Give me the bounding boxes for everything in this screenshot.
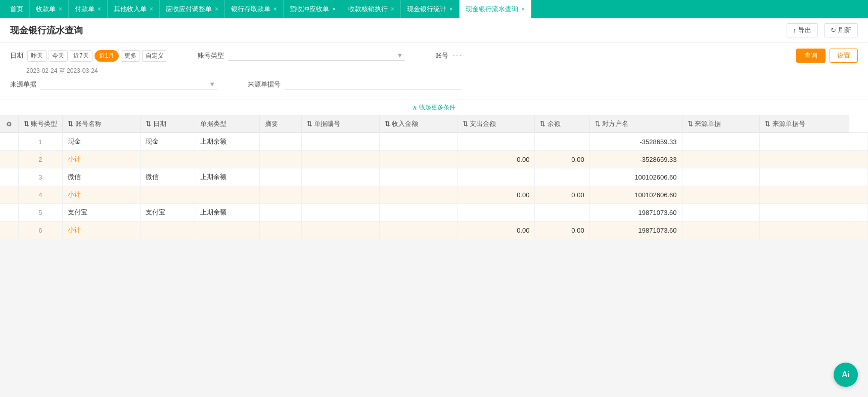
col-counterpart: ⇅ 对方户名 [589,115,682,133]
col-gear[interactable]: ⚙ [0,115,18,133]
close-icon[interactable]: × [273,6,277,13]
doc-type-cell [260,133,302,151]
close-icon[interactable]: × [332,6,336,13]
account-type-cell: 支付宝 [63,204,141,222]
source-doc-cell [760,133,849,151]
source-doc-select[interactable]: ▼ [40,79,217,90]
close-icon[interactable]: × [215,6,218,13]
date-btn-yesterday[interactable]: 昨天 [27,50,47,62]
top-nav: 首页收款单×付款单×其他收入单×应收应付调整单×银行存取款单×预收冲应收单×收款… [0,0,868,18]
nav-tab-现金银行统计[interactable]: 现金银行统计× [401,0,460,18]
account-no-filter: 账号 ··· [435,51,462,60]
settings-button[interactable]: 设置 [830,49,858,63]
source-doc-no-cell [849,133,868,151]
date-btn-7days[interactable]: 近7天 [70,50,93,62]
account-no-area: ··· [452,51,462,60]
query-button[interactable]: 查询 [796,49,826,63]
row-number: 4 [18,186,63,204]
account-type-cell: 现金 [63,133,141,151]
header-actions: ↑ 导出 ↻ 刷新 [787,23,858,37]
col-doc-no: ⇅ 单据编号 [301,115,379,133]
account-type-cell: 小计 [63,222,141,239]
col-expense: ⇅ 支出金额 [457,115,535,133]
source-doc-cell [760,204,849,222]
expense-cell [535,168,589,186]
table-row: 2小计0.000.00-3528659.33 [0,151,868,168]
col-account-type: ⇅ 账号类型 [18,115,63,133]
date-btn-today[interactable]: 今天 [49,50,68,62]
nav-tab-现金银行流水查询[interactable]: 现金银行流水查询× [460,0,531,18]
chevron-down-icon2: ▼ [209,80,215,88]
gear-col-cell [0,168,18,186]
date-btn-custom[interactable]: 自定义 [142,50,167,62]
row-number: 2 [18,151,63,168]
nav-tab-收款核销执行[interactable]: 收款核销执行× [342,0,401,18]
close-icon[interactable]: × [391,6,394,13]
gear-col-cell [0,186,18,204]
account-type-label: 账号类型 [198,51,224,60]
dots-button[interactable]: ··· [452,51,462,60]
source-doc-no-input[interactable] [285,79,462,90]
balance-cell: 19871073.60 [589,222,682,239]
refresh-button[interactable]: ↻ 刷新 [824,23,858,37]
col-account-name: ⇅ 账号名称 [63,115,141,133]
account-name-cell: 支付宝 [140,204,195,222]
refresh-icon: ↻ [831,26,836,34]
doc-type-cell [260,222,302,239]
nav-tab-首页[interactable]: 首页 [4,0,30,18]
table-row: 3微信微信上期余额100102606.60 [0,168,868,186]
table-header-row: ⚙ ⇅ 账号类型 ⇅ 账号名称 ⇅ 日期 单据类型 摘要 ⇅ 单据编号 ⇅ 收入… [0,115,868,133]
nav-tab-应收应付调整单[interactable]: 应收应付调整单× [160,0,225,18]
table-row: 5支付宝支付宝上期余额19871073.60 [0,204,868,222]
nav-tab-预收冲应收单[interactable]: 预收冲应收单× [284,0,342,18]
collapse-bar[interactable]: ∧ 收起更多条件 [0,100,868,115]
close-icon[interactable]: × [521,6,525,13]
account-type-cell: 小计 [63,151,141,168]
source-doc-no-cell [849,186,868,204]
filter-row-2: 来源单据 ▼ 来源单据号 [10,79,858,90]
query-actions: 查询 设置 [796,49,858,63]
close-icon[interactable]: × [59,6,62,13]
source-doc-no-cell [849,151,868,168]
balance-cell: -3528659.33 [589,151,682,168]
income-cell: 0.00 [457,186,535,204]
date-cell: 上期余额 [195,133,260,151]
summary-cell [301,222,379,239]
doc-type-cell [260,186,302,204]
date-btn-more[interactable]: 更多 [121,50,140,62]
table-row: 4小计0.000.00100102606.60 [0,186,868,204]
doc-type-cell [260,151,302,168]
counterpart-cell [682,168,760,186]
date-label: 日期 [10,51,23,60]
doc-type-cell [260,168,302,186]
gear-col-cell [0,222,18,239]
account-name-cell: 现金 [140,133,195,151]
counterpart-cell [682,204,760,222]
doc-no-cell [379,168,457,186]
summary-cell [301,151,379,168]
table-container: ⚙ ⇅ 账号类型 ⇅ 账号名称 ⇅ 日期 单据类型 摘要 ⇅ 单据编号 ⇅ 收入… [0,115,868,239]
col-date: ⇅ 日期 [140,115,195,133]
date-filter: 日期 昨天 今天 近7天 近1月 更多 自定义 [10,50,167,62]
nav-tab-银行存取款单[interactable]: 银行存取款单× [225,0,284,18]
close-icon[interactable]: × [150,6,153,13]
nav-tab-其他收入单[interactable]: 其他收入单× [108,0,160,18]
collapse-icon: ∧ [413,104,417,111]
source-doc-no-filter: 来源单据号 [248,79,462,90]
nav-tab-收款单[interactable]: 收款单× [30,0,69,18]
export-button[interactable]: ↑ 导出 [787,23,818,37]
counterpart-cell [682,133,760,151]
date-btn-1month[interactable]: 近1月 [95,50,119,62]
expense-cell: 0.00 [535,222,589,239]
close-icon[interactable]: × [449,6,453,13]
account-type-select[interactable]: ▼ [228,51,405,61]
nav-tab-付款单[interactable]: 付款单× [69,0,108,18]
doc-type-cell [260,204,302,222]
doc-no-cell [379,186,457,204]
balance-cell: 100102606.60 [589,186,682,204]
col-doc-type: 单据类型 [195,115,260,133]
close-icon[interactable]: × [98,6,101,13]
expense-cell: 0.00 [535,151,589,168]
page-title: 现金银行流水查询 [10,24,83,36]
balance-cell: 19871073.60 [589,204,682,222]
